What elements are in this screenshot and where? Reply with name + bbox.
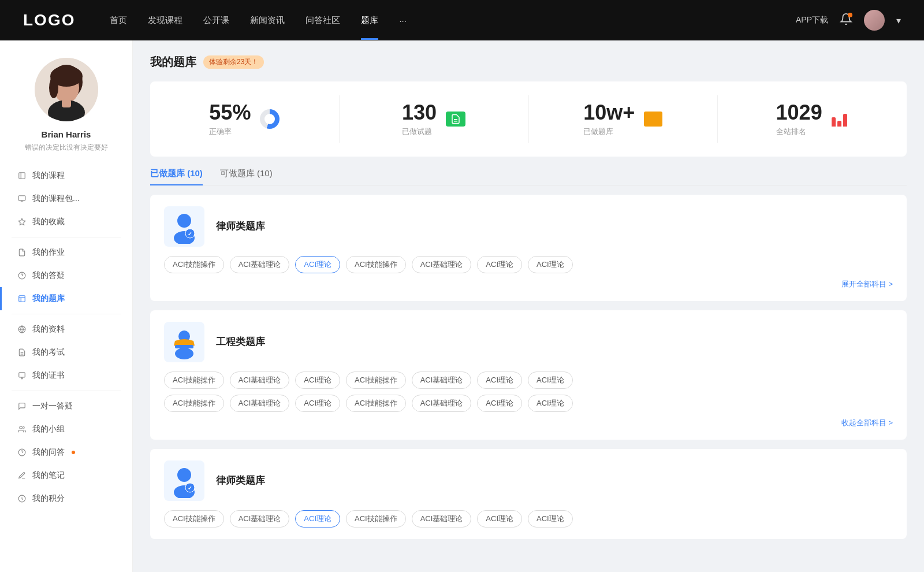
sidebar-item-data[interactable]: 我的资料: [0, 318, 132, 341]
tag-2-1[interactable]: ACI技能操作: [164, 372, 224, 389]
svg-point-33: [177, 468, 191, 482]
tag-1-5[interactable]: ACI基础理论: [412, 256, 472, 273]
nav-bank[interactable]: 题库: [361, 15, 378, 26]
tag-2-6[interactable]: ACI理论: [477, 372, 522, 389]
svg-rect-19: [19, 373, 25, 377]
sidebar-item-course[interactable]: 我的课程: [0, 164, 132, 187]
cert-icon: [17, 371, 27, 380]
tag-1-3[interactable]: ACI理论: [295, 256, 340, 273]
tag-1-4[interactable]: ACI技能操作: [346, 256, 406, 273]
done-banks-value: 10w+: [583, 101, 635, 124]
qbank-expand-1[interactable]: 展开全部科目 >: [164, 279, 893, 289]
tag-3-7[interactable]: ACI理论: [528, 510, 573, 528]
tag-2-r2-5[interactable]: ACI基础理论: [412, 395, 472, 412]
tag-1-6[interactable]: ACI理论: [477, 256, 522, 273]
sidebar-item-package[interactable]: 我的课程包...: [0, 187, 132, 210]
qbank-tags-1: ACI技能操作 ACI基础理论 ACI理论 ACI技能操作 ACI基础理论 AC…: [164, 256, 893, 273]
tag-2-7[interactable]: ACI理论: [528, 372, 573, 389]
tag-2-r2-6[interactable]: ACI理论: [477, 395, 522, 412]
tag-3-1[interactable]: ACI技能操作: [164, 510, 224, 528]
notification-dot: [848, 13, 852, 17]
sidebar-item-homework[interactable]: 我的作业: [0, 241, 132, 264]
sidebar-item-one-on-one[interactable]: 一对一答疑: [0, 395, 132, 418]
ranking-chart-icon: [832, 112, 849, 127]
tag-3-2[interactable]: ACI基础理论: [230, 510, 290, 528]
qbank-collapse-2[interactable]: 收起全部科目 >: [164, 418, 893, 428]
tab-done[interactable]: 已做题库 (10): [150, 168, 203, 185]
sidebar-item-group[interactable]: 我的小组: [0, 418, 132, 441]
course-icon: [17, 171, 27, 180]
qa-icon: [17, 271, 27, 280]
done-questions-value: 130: [402, 101, 437, 124]
qbank-card-3: ✓ 律师类题库 ACI技能操作 ACI基础理论 ACI理论 ACI技能操作 AC…: [150, 449, 907, 539]
svg-point-20: [21, 378, 23, 379]
sidebar-item-exam[interactable]: 我的考试: [0, 341, 132, 364]
sidebar-item-cert[interactable]: 我的证书: [0, 364, 132, 387]
sidebar-item-bank[interactable]: 我的题库: [0, 287, 132, 310]
tag-2-r2-1[interactable]: ACI技能操作: [164, 395, 224, 412]
notification-bell[interactable]: [840, 13, 852, 28]
tag-2-r2-4[interactable]: ACI技能操作: [346, 395, 406, 412]
tag-2-r2-7[interactable]: ACI理论: [528, 395, 573, 412]
tag-2-4[interactable]: ACI技能操作: [346, 372, 406, 389]
sidebar-item-notes[interactable]: 我的笔记: [0, 464, 132, 487]
tag-3-5[interactable]: ACI基础理论: [412, 510, 472, 528]
tag-3-4[interactable]: ACI技能操作: [346, 510, 406, 528]
sidebar-item-favorites[interactable]: 我的收藏: [0, 210, 132, 233]
nav-links: 首页 发现课程 公开课 新闻资讯 问答社区 题库 ···: [110, 15, 796, 26]
accuracy-chart-icon: [260, 109, 280, 129]
sidebar-user-name: Brian Harris: [42, 129, 91, 139]
main-content: 我的题库 体验剩余23天！ 55% 正确率 130 已做试题: [133, 40, 924, 572]
star-icon: [17, 217, 27, 226]
svg-rect-7: [19, 173, 25, 179]
qbank-title-2: 工程类题库: [216, 335, 265, 348]
qbank-header-1: ✓ 律师类题库: [164, 206, 893, 247]
nav-qa[interactable]: 问答社区: [305, 15, 340, 26]
nav-discover[interactable]: 发现课程: [148, 15, 182, 26]
ranking-label: 全站排名: [776, 127, 822, 137]
sidebar-item-question[interactable]: 我的问答: [0, 441, 132, 464]
svg-rect-8: [18, 196, 25, 200]
group-icon: [17, 425, 27, 434]
qbank-tags-2-row2: ACI技能操作 ACI基础理论 ACI理论 ACI技能操作 ACI基础理论 AC…: [164, 395, 893, 412]
app-download-button[interactable]: APP下载: [796, 15, 828, 25]
user-menu-chevron[interactable]: ▾: [896, 15, 901, 26]
nav-home[interactable]: 首页: [110, 15, 127, 26]
qbank-icon-lawyer-2: ✓: [164, 460, 204, 501]
stat-ranking: 1029 全站排名: [718, 95, 907, 143]
nav-right: APP下载 ▾: [796, 10, 901, 31]
sidebar-item-points[interactable]: 我的积分: [0, 487, 132, 510]
notes-icon: [17, 471, 27, 480]
tag-3-3[interactable]: ACI理论: [295, 510, 340, 528]
data-icon: [17, 325, 27, 334]
tag-2-2[interactable]: ACI基础理论: [230, 372, 290, 389]
tab-available[interactable]: 可做题库 (10): [220, 168, 273, 185]
sidebar-avatar: [35, 58, 98, 121]
tag-2-r2-3[interactable]: ACI理论: [295, 395, 340, 412]
nav-more[interactable]: ···: [399, 16, 407, 25]
sidebar-divider-3: [12, 391, 121, 391]
tag-2-r2-2[interactable]: ACI基础理论: [230, 395, 290, 412]
tag-2-3[interactable]: ACI理论: [295, 372, 340, 389]
tag-1-1[interactable]: ACI技能操作: [164, 256, 224, 273]
sidebar-divider-1: [12, 237, 121, 237]
qbank-tags-2-row1: ACI技能操作 ACI基础理论 ACI理论 ACI技能操作 ACI基础理论 AC…: [164, 372, 893, 389]
nav-news[interactable]: 新闻资讯: [250, 15, 285, 26]
tag-3-6[interactable]: ACI理论: [477, 510, 522, 528]
tag-2-5[interactable]: ACI基础理论: [412, 372, 472, 389]
page-title-row: 我的题库 体验剩余23天！: [150, 54, 907, 70]
homework-icon: [17, 248, 27, 257]
sidebar-item-qa[interactable]: 我的答疑: [0, 264, 132, 287]
svg-point-4: [49, 77, 58, 98]
nav-open-course[interactable]: 公开课: [203, 15, 229, 26]
tag-1-7[interactable]: ACI理论: [528, 256, 573, 273]
stat-done-banks: 10w+ 已做题库: [529, 95, 718, 143]
bank-icon: [17, 294, 27, 303]
tag-1-2[interactable]: ACI基础理论: [230, 256, 290, 273]
page-title: 我的题库: [150, 54, 196, 70]
qbank-icon-lawyer-1: ✓: [164, 206, 204, 247]
svg-point-21: [20, 426, 23, 429]
user-avatar[interactable]: [864, 10, 885, 31]
stat-accuracy: 55% 正确率: [150, 95, 340, 143]
svg-rect-6: [62, 99, 71, 107]
